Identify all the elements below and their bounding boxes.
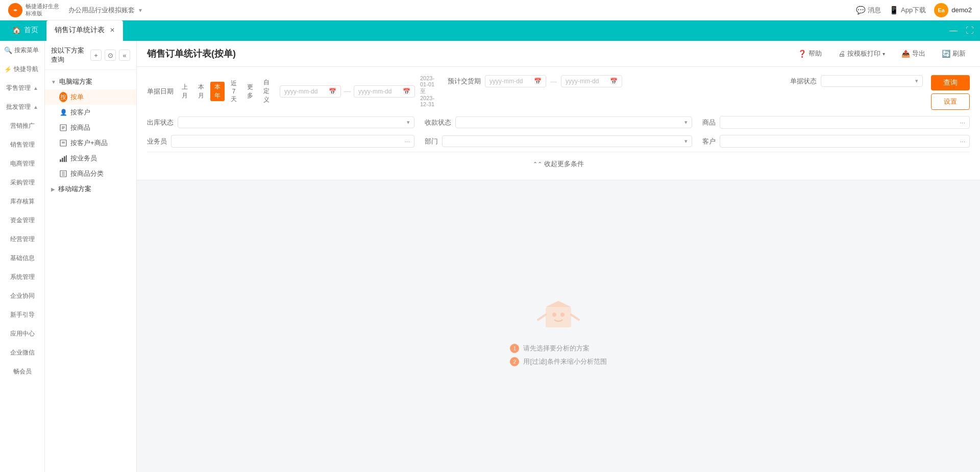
logo-icon	[8, 3, 22, 17]
tree-child-by-goods[interactable]: 按商品	[45, 120, 136, 135]
sidebar-item-retail[interactable]: 零售管理 ▲	[0, 79, 44, 98]
tree-section: ▼ 电脑端方案 按 按单 👤 按客户 按商品	[45, 70, 136, 201]
empty-tips: 1 请先选择要分析的方案 2 用[过滤]条件来缩小分析范围	[510, 344, 606, 366]
breadcrumb-text: 办公用品行业模拟账套	[68, 6, 135, 15]
date-btn-custom[interactable]: 自定义	[259, 77, 274, 105]
message-btn[interactable]: 💬 消息	[856, 6, 881, 15]
payment-status-arrow: ▾	[684, 119, 688, 126]
expected-delivery-label: 预计交货期	[448, 77, 481, 86]
sidebar-item-wholesale[interactable]: 批发管理 ▲	[0, 98, 44, 116]
svg-marker-17	[546, 301, 571, 307]
logo-text: 畅捷通好生意 标准版	[26, 3, 59, 16]
payment-status-select[interactable]: ▾	[455, 116, 692, 128]
top-header: 畅捷通好生意 标准版 办公用品行业模拟账套 ▾ 💬 消息 📱 App下载 Ea …	[0, 0, 980, 20]
bill-status-select[interactable]: ▾	[821, 75, 923, 87]
panel-toolbar: + ⊙ «	[90, 50, 130, 61]
collapse-conditions-btn[interactable]: ⌃⌃ 收起更多条件	[527, 156, 590, 172]
svg-line-21	[571, 315, 579, 320]
sidebar-item-inventory[interactable]: 库存核算	[0, 192, 44, 211]
user-profile[interactable]: Ea demo2	[934, 3, 972, 17]
query-btn[interactable]: 查询	[931, 75, 970, 90]
by-salesperson-icon	[59, 154, 67, 162]
salesperson-input[interactable]: ···	[171, 135, 414, 148]
goods-input[interactable]: ···	[720, 116, 970, 129]
tab-minimize-icon[interactable]: —	[947, 24, 960, 37]
tab-sales-order-stats[interactable]: 销售订单统计表 ✕	[46, 20, 123, 41]
tab-maximize-icon[interactable]: ⛶	[964, 24, 976, 37]
date-start-input[interactable]: yyyy-mm-dd 📅	[280, 85, 341, 98]
svg-point-19	[560, 313, 565, 317]
sidebar-item-enterprise[interactable]: 企业协同	[0, 287, 44, 305]
tab-bar-right: — ⛶	[947, 20, 976, 41]
settings-btn[interactable]: 设置	[931, 93, 970, 110]
payment-status-label: 收款状态	[425, 118, 451, 127]
sidebar-item-finance[interactable]: 资金管理	[0, 211, 44, 230]
tree-child-by-customer[interactable]: 👤 按客户	[45, 105, 136, 120]
print-btn[interactable]: 🖨 按模板打印 ▾	[834, 47, 889, 60]
salesperson-dots[interactable]: ···	[404, 137, 410, 145]
search-icon: 🔍	[4, 46, 12, 54]
date-quick-buttons: 上月 本月 本年 近7天 更多 自定义	[178, 77, 274, 105]
expected-delivery-start[interactable]: yyyy-mm-dd 📅	[485, 75, 546, 87]
sidebar-item-basic[interactable]: 基础信息	[0, 249, 44, 268]
by-goods-icon	[59, 124, 67, 132]
sidebar-item-app-center[interactable]: 应用中心	[0, 324, 44, 343]
date-btn-more[interactable]: 更多	[243, 82, 257, 101]
svg-rect-9	[62, 158, 63, 162]
sidebar-item-member[interactable]: 畅会员	[0, 362, 44, 381]
date-end-input[interactable]: yyyy-mm-dd 📅	[354, 85, 415, 98]
tree-parent-mobile[interactable]: ▶ 移动端方案	[45, 181, 136, 197]
main-layout: 🔍 搜索菜单 ⚡ 快捷导航 零售管理 ▲ 批发管理 ▲ 营销推广 销售管理 电商…	[0, 41, 980, 472]
add-scheme-btn[interactable]: +	[90, 50, 102, 61]
app-download-btn[interactable]: 📱 App下载	[889, 6, 926, 15]
help-btn[interactable]: ❓ 帮助	[794, 47, 826, 60]
sidebar-item-purchase[interactable]: 采购管理	[0, 173, 44, 192]
date-btn-prev-month[interactable]: 上月	[178, 82, 192, 101]
sidebar-item-operation[interactable]: 经营管理	[0, 230, 44, 249]
sidebar-item-sales[interactable]: 销售管理	[0, 135, 44, 154]
export-icon: 📤	[901, 50, 910, 58]
svg-rect-16	[546, 307, 571, 327]
breadcrumb-arrow[interactable]: ▾	[139, 7, 142, 14]
empty-tip-1: 1 请先选择要分析的方案	[510, 344, 606, 353]
tree-child-by-goods-category[interactable]: 按商品分类	[45, 166, 136, 181]
header-left: 畅捷通好生意 标准版 办公用品行业模拟账套 ▾	[8, 3, 142, 17]
date-btn-this-month[interactable]: 本月	[194, 82, 208, 101]
sidebar-quick-nav[interactable]: ⚡ 快捷导航	[0, 60, 44, 79]
sidebar-item-enterprise-wechat[interactable]: 企业微信	[0, 343, 44, 362]
export-btn[interactable]: 📤 导出	[897, 47, 929, 60]
filter-section: 单据日期 上月 本月 本年 近7天 更多 自定义 yyyy-mm-dd 📅	[137, 67, 980, 180]
department-select[interactable]: ▾	[442, 135, 692, 147]
date-btn-7days[interactable]: 近7天	[227, 78, 241, 105]
tab-home[interactable]: 🏠 首页	[4, 20, 46, 41]
settings-scheme-btn[interactable]: ⊙	[105, 50, 116, 61]
header-right: 💬 消息 📱 App下载 Ea demo2	[856, 3, 972, 17]
avatar: Ea	[934, 3, 948, 17]
delivery-status-select[interactable]: ▾	[178, 116, 414, 128]
refresh-icon: 🔄	[942, 50, 950, 58]
refresh-btn[interactable]: 🔄 刷新	[938, 47, 970, 60]
date-btn-this-year[interactable]: 本年	[210, 82, 225, 101]
sidebar-search[interactable]: 🔍 搜索菜单	[0, 41, 44, 60]
sidebar-item-system[interactable]: 系统管理	[0, 268, 44, 287]
customer-dots[interactable]: ···	[960, 137, 965, 145]
tree-collapse-icon: ▶	[51, 186, 55, 192]
date-range-separator: —	[344, 87, 351, 95]
department-arrow: ▾	[684, 138, 688, 145]
tree-child-by-customer-goods[interactable]: 按客户+商品	[45, 135, 136, 151]
sidebar-item-ecommerce[interactable]: 电商管理	[0, 154, 44, 173]
expected-delivery-end[interactable]: yyyy-mm-dd 📅	[561, 75, 622, 87]
tab-close-icon[interactable]: ✕	[110, 27, 115, 34]
tree-child-by-salesperson[interactable]: 按业务员	[45, 151, 136, 166]
sidebar-item-newbie[interactable]: 新手引导	[0, 305, 44, 324]
tree-child-by-order[interactable]: 按 按单	[45, 89, 136, 105]
goods-dots[interactable]: ···	[960, 119, 965, 126]
sidebar-item-marketing[interactable]: 营销推广	[0, 116, 44, 135]
collapse-panel-btn[interactable]: «	[119, 50, 130, 61]
date-label: 单据日期	[147, 87, 174, 96]
tree-parent-desktop[interactable]: ▼ 电脑端方案	[45, 74, 136, 89]
calendar-start-icon: 📅	[329, 88, 336, 95]
customer-input[interactable]: ···	[720, 135, 970, 148]
calendar-end-icon: 📅	[403, 88, 410, 95]
help-icon: ❓	[798, 50, 806, 58]
